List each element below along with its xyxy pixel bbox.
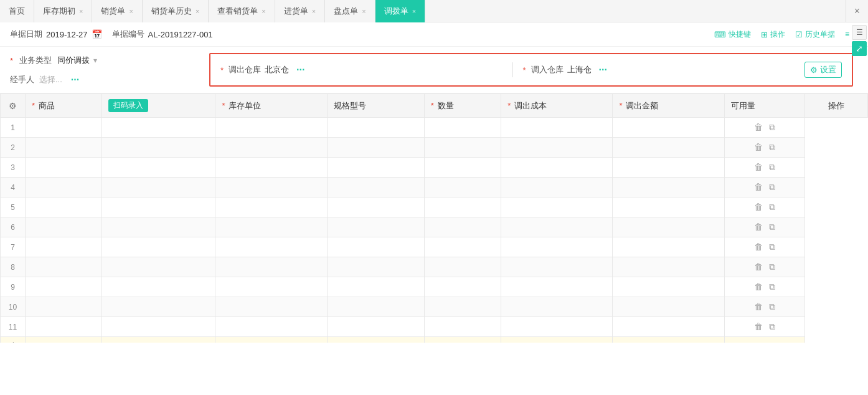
row-available[interactable] [613, 257, 724, 277]
row-unit[interactable] [102, 297, 215, 317]
row-cost[interactable] [424, 317, 501, 337]
copy-icon[interactable]: ⧉ [769, 262, 775, 272]
copy-icon[interactable]: ⧉ [769, 222, 775, 232]
copy-icon[interactable]: ⧉ [769, 182, 775, 192]
row-amount[interactable] [501, 118, 613, 138]
tab-sales-history-close[interactable]: × [196, 7, 199, 15]
row-qty[interactable] [327, 217, 424, 237]
row-qty[interactable] [327, 257, 424, 277]
row-product[interactable] [26, 178, 102, 198]
tab-purchase-order-close[interactable]: × [312, 7, 316, 15]
row-available[interactable] [613, 178, 724, 198]
tab-inventory-check[interactable]: 盘点单 × [325, 0, 375, 22]
delete-icon[interactable]: 🗑 [754, 222, 763, 232]
out-warehouse-more-btn[interactable]: ··· [293, 64, 308, 75]
copy-icon[interactable]: ⧉ [769, 162, 775, 172]
row-amount[interactable] [501, 217, 613, 237]
delete-icon[interactable]: 🗑 [754, 262, 763, 272]
delete-icon[interactable]: 🗑 [754, 182, 763, 192]
copy-icon[interactable]: ⧉ [769, 302, 775, 312]
row-spec[interactable] [215, 237, 327, 257]
row-available[interactable] [613, 138, 724, 158]
copy-icon[interactable]: ⧉ [769, 122, 775, 132]
row-product[interactable] [26, 118, 102, 138]
row-cost[interactable] [424, 138, 501, 158]
row-spec[interactable] [215, 158, 327, 178]
row-amount[interactable] [501, 297, 613, 317]
row-product[interactable] [26, 198, 102, 217]
row-cost[interactable] [424, 158, 501, 178]
delete-icon[interactable]: 🗑 [754, 202, 763, 212]
tab-view-sales[interactable]: 查看销货单 × [209, 0, 275, 22]
row-amount[interactable] [501, 237, 613, 257]
delete-icon[interactable]: 🗑 [754, 242, 763, 252]
tab-sales-order[interactable]: 销货单 × [92, 0, 142, 22]
history-action[interactable]: ☑ 历史单据 [795, 29, 835, 40]
row-spec[interactable] [215, 217, 327, 237]
row-spec[interactable] [215, 178, 327, 198]
tab-purchase-order[interactable]: 进货单 × [275, 0, 325, 22]
tab-sales-history[interactable]: 销货单历史 × [143, 0, 209, 22]
row-amount[interactable] [501, 317, 613, 337]
row-qty[interactable] [327, 277, 424, 297]
shortcut-action[interactable]: ⌨ 快捷键 [714, 29, 751, 40]
row-available[interactable] [613, 277, 724, 297]
row-product[interactable] [26, 217, 102, 237]
row-spec[interactable] [215, 198, 327, 217]
row-cost[interactable] [424, 198, 501, 217]
row-spec[interactable] [215, 138, 327, 158]
row-product[interactable] [26, 297, 102, 317]
row-cost[interactable] [424, 178, 501, 198]
row-spec[interactable] [215, 317, 327, 337]
handler-more-btn[interactable]: ··· [67, 74, 83, 85]
copy-icon[interactable]: ⧉ [769, 142, 775, 152]
row-cost[interactable] [424, 217, 501, 237]
tab-home[interactable]: 首页 [0, 0, 34, 22]
row-spec[interactable] [215, 277, 327, 297]
row-amount[interactable] [501, 277, 613, 297]
scan-button[interactable]: 扫码录入 [108, 99, 148, 112]
row-amount[interactable] [501, 138, 613, 158]
row-qty[interactable] [327, 158, 424, 178]
row-product[interactable] [26, 317, 102, 337]
business-type-select[interactable]: 同价调拨 ▾ [57, 53, 169, 68]
row-spec[interactable] [215, 118, 327, 138]
tab-view-sales-close[interactable]: × [262, 7, 265, 15]
row-product[interactable] [26, 257, 102, 277]
delete-icon[interactable]: 🗑 [754, 282, 763, 292]
row-available[interactable] [613, 237, 724, 257]
row-product[interactable] [26, 277, 102, 297]
copy-icon[interactable]: ⧉ [769, 202, 775, 212]
row-unit[interactable] [102, 178, 215, 198]
in-warehouse-more-btn[interactable]: ··· [595, 64, 611, 75]
delete-icon[interactable]: 🗑 [754, 321, 763, 331]
tab-inventory-init-close[interactable]: × [79, 7, 83, 15]
tab-bar-close-button[interactable]: × [846, 0, 868, 22]
col-gear[interactable]: ⚙ [1, 94, 26, 118]
row-cost[interactable] [424, 297, 501, 317]
operation-action[interactable]: ⊞ 操作 [761, 29, 785, 40]
business-type-arrow[interactable]: ▾ [93, 56, 97, 65]
row-unit[interactable] [102, 277, 215, 297]
copy-icon[interactable]: ⧉ [769, 242, 775, 252]
row-qty[interactable] [327, 198, 424, 217]
row-qty[interactable] [327, 297, 424, 317]
delete-icon[interactable]: 🗑 [754, 142, 763, 152]
delete-icon[interactable]: 🗑 [754, 122, 763, 132]
row-cost[interactable] [424, 277, 501, 297]
layout-list-action[interactable]: ≡ [845, 30, 849, 39]
row-product[interactable] [26, 158, 102, 178]
delete-icon[interactable]: 🗑 [754, 302, 763, 312]
row-amount[interactable] [501, 158, 613, 178]
row-available[interactable] [613, 158, 724, 178]
row-available[interactable] [613, 198, 724, 217]
row-qty[interactable] [327, 118, 424, 138]
handler-placeholder[interactable]: 选择... [39, 74, 62, 85]
row-unit[interactable] [102, 317, 215, 337]
col-settings-icon[interactable]: ⚙ [9, 101, 17, 111]
tab-transfer-order[interactable]: 调拨单 × [375, 0, 425, 22]
row-unit[interactable] [102, 158, 215, 178]
row-available[interactable] [613, 317, 724, 337]
row-amount[interactable] [501, 257, 613, 277]
tab-transfer-order-close[interactable]: × [412, 7, 416, 15]
